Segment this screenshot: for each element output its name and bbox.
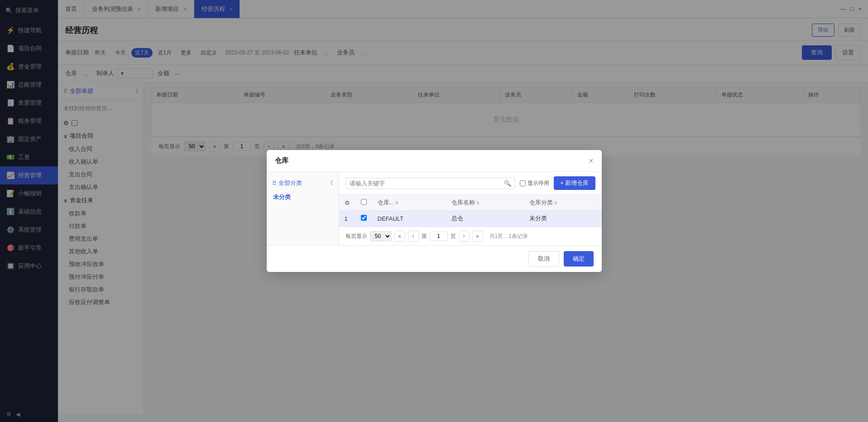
category-header: ⠿ 全部分类 — [272, 179, 302, 187]
modal-search-box: 🔍 — [345, 178, 516, 189]
modal-page-input[interactable] — [430, 232, 448, 241]
modal-prev-btn[interactable]: ‹ — [408, 231, 419, 242]
add-warehouse-button[interactable]: + 新增仓库 — [554, 176, 595, 190]
modal-title: 仓库 — [275, 156, 288, 165]
category-list: 未分类 — [267, 190, 339, 204]
col-warehouse-category[interactable]: 仓库分类⇅ — [524, 195, 602, 211]
modal-search-input[interactable] — [350, 180, 502, 187]
row-checkbox-cell — [355, 211, 372, 227]
modal-per-page-select[interactable]: 50 — [370, 231, 392, 241]
show-disabled-label[interactable]: 显示停用 — [520, 179, 549, 187]
modal-left-header: ⠿ 全部分类 《 — [267, 176, 339, 190]
modal-pagination: 每页显示 50 « ‹ 第 页 › » 共1页，1条记录 — [339, 227, 602, 245]
modal-table: ⚙ 仓库...⇅ 仓库名称⇅ — [339, 195, 602, 227]
row-category: 未分类 — [524, 211, 602, 227]
modal-last-btn[interactable]: » — [472, 231, 483, 242]
table-row[interactable]: 1 DEFAULT 总仓 未分类 — [339, 211, 602, 227]
confirm-button[interactable]: 确定 — [564, 251, 594, 267]
modal-body: ⠿ 全部分类 《 未分类 🔍 — [267, 172, 602, 245]
modal-footer: 取消 确定 — [267, 245, 602, 272]
col-warehouse-code[interactable]: 仓库...⇅ — [372, 195, 446, 211]
row-checkbox[interactable] — [361, 215, 367, 221]
modal-right-panel: 🔍 显示停用 + 新增仓库 ⚙ — [339, 172, 602, 245]
cancel-button[interactable]: 取消 — [528, 251, 559, 267]
search-icon: 🔍 — [504, 180, 511, 187]
modal-first-btn[interactable]: « — [394, 231, 405, 242]
modal-page-label: 第 — [422, 233, 427, 240]
select-all-warehouse[interactable] — [361, 199, 367, 205]
modal-table-wrapper: ⚙ 仓库...⇅ 仓库名称⇅ — [339, 195, 602, 227]
col-warehouse-name[interactable]: 仓库名称⇅ — [446, 195, 524, 211]
modal-overlay: 仓库 × ⠿ 全部分类 《 未分类 — [0, 0, 868, 422]
modal-left-panel: ⠿ 全部分类 《 未分类 — [267, 172, 339, 245]
row-name: 总仓 — [446, 211, 524, 227]
row-index: 1 — [339, 211, 355, 227]
modal-per-page-label: 每页显示 — [345, 233, 367, 240]
category-item-uncategorized[interactable]: 未分类 — [267, 190, 339, 204]
col-settings[interactable]: ⚙ — [339, 195, 355, 211]
modal-next-btn[interactable]: › — [459, 231, 470, 242]
modal-page-suffix: 页 — [451, 233, 456, 240]
col-select — [355, 195, 372, 211]
collapse-category-btn[interactable]: 《 — [327, 179, 333, 187]
modal-toolbar: 🔍 显示停用 + 新增仓库 — [339, 172, 602, 195]
settings-col-icon: ⚙ — [345, 199, 350, 206]
modal-header: 仓库 × — [267, 150, 602, 172]
grid-icon: ⠿ — [272, 180, 277, 187]
modal-total-info: 共1页，1条记录 — [489, 233, 528, 240]
row-code: DEFAULT — [372, 211, 446, 227]
show-disabled-checkbox[interactable] — [520, 180, 526, 186]
modal-close-icon[interactable]: × — [589, 157, 594, 165]
warehouse-modal: 仓库 × ⠿ 全部分类 《 未分类 — [267, 150, 602, 272]
